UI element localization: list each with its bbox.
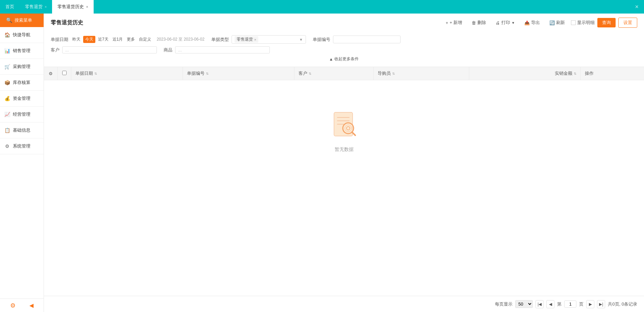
export-label: 导出 — [531, 20, 540, 26]
empty-row: 暂无数据 — [44, 80, 644, 180]
th-actual-amount-label: 实销金额 — [555, 70, 572, 76]
th-actual-amount[interactable]: 实销金额 ⇅ — [469, 67, 580, 80]
collapse-up-icon: ▲ — [329, 57, 333, 62]
settings-label: 设置 — [623, 20, 632, 26]
pagination: 每页显示 10 20 50 100 |◀ ◀ 第 页 ▶ ▶| 共0页, 0条记… — [44, 296, 644, 312]
per-page-select[interactable]: 10 20 50 100 — [515, 300, 533, 308]
date-option-today[interactable]: 今天 — [83, 36, 95, 43]
th-checkbox[interactable] — [57, 67, 71, 80]
doc-type-tag-text: 零售退货 — [237, 37, 253, 42]
date-filter: 单据日期 昨天 今天 近7天 近1月 更多 自定义 2023-06-02 至 2… — [51, 36, 205, 43]
th-guide[interactable]: 导购员 ⇅ — [374, 67, 469, 80]
tab-retail-return-close[interactable]: × — [45, 5, 47, 9]
purchase-icon: 🛒 — [4, 64, 10, 70]
tab-retail-return-history-label: 零售退货历史 — [57, 4, 84, 10]
th-doc-date[interactable]: 单据日期 ⇅ — [71, 67, 183, 80]
sidebar-item-basic-info[interactable]: 📋 基础信息 — [0, 122, 44, 138]
collapse-button[interactable]: ▲ 收起更多条件 — [329, 56, 359, 62]
finance-icon: 💰 — [4, 95, 10, 102]
date-option-more[interactable]: 更多 — [125, 36, 136, 43]
th-customer[interactable]: 客户 ⇅ — [294, 67, 374, 80]
delete-icon: 🗑 — [472, 20, 476, 25]
new-icon: + — [446, 20, 448, 25]
sidebar-bottom: ⚙ ◀ — [0, 298, 44, 312]
sidebar-settings-icon[interactable]: ⚙ — [10, 302, 16, 309]
doc-type-tag: 零售退货 × — [235, 36, 258, 43]
doc-type-tag-remove[interactable]: × — [254, 38, 256, 42]
date-option-yesterday[interactable]: 昨天 — [71, 36, 82, 43]
empty-cell: 暂无数据 — [44, 80, 644, 180]
sidebar-item-finance[interactable]: 💰 资金管理 — [0, 91, 44, 107]
tab-retail-return[interactable]: 零售退货 × — [20, 0, 52, 14]
customer-input[interactable]: ... — [62, 46, 157, 53]
doc-type-input[interactable]: 零售退货 × ▼ — [232, 35, 306, 44]
sidebar-collapse-icon[interactable]: ◀ — [29, 302, 33, 309]
date-options: 昨天 今天 近7天 近1月 更多 自定义 — [71, 36, 152, 43]
sales-icon: 📊 — [4, 48, 10, 54]
goods-filter: 商品 ... — [164, 46, 270, 53]
prev-page-button[interactable]: ◀ — [546, 300, 554, 308]
print-button[interactable]: 🖨 打印 ▼ — [492, 18, 518, 27]
query-button[interactable]: 查询 — [597, 18, 616, 27]
date-filter-label: 单据日期 — [51, 37, 68, 43]
page-title-row: 零售退货历史 + + 新增 🗑 删除 🖨 打印 ▼ — [51, 18, 637, 28]
top-bar: 首页 零售退货 × 零售退货历史 × × — [0, 0, 644, 14]
tab-home[interactable]: 首页 — [0, 0, 20, 14]
print-arrow: ▼ — [511, 21, 515, 25]
page-number-input[interactable] — [564, 300, 576, 308]
select-all-checkbox[interactable] — [62, 71, 67, 75]
next-page-button[interactable]: ▶ — [586, 300, 594, 308]
th-doc-no[interactable]: 单据编号 ⇅ — [183, 67, 294, 80]
date-option-1month[interactable]: 近1月 — [111, 36, 124, 43]
th-settings[interactable]: ⚙ — [44, 67, 57, 80]
sidebar-item-label: 销售管理 — [13, 48, 30, 54]
sidebar-items: 🏠 快捷导航 📊 销售管理 🛒 采购管理 📦 库存核算 💰 资金管理 📈 — [0, 27, 44, 298]
display-detail-toggle[interactable]: 显示明细 — [571, 20, 595, 26]
settings-button[interactable]: 设置 — [618, 18, 637, 28]
goods-placeholder: ... — [178, 47, 182, 52]
total-records-text: 共0页, 0条记录 — [608, 301, 637, 307]
empty-illustration — [327, 107, 361, 141]
delete-button[interactable]: 🗑 删除 — [468, 18, 490, 27]
doc-no-input[interactable] — [333, 36, 401, 43]
sort-icon-guide: ⇅ — [392, 72, 395, 75]
customer-placeholder: ... — [65, 47, 69, 52]
th-doc-no-label: 单据编号 — [187, 70, 205, 76]
collapse-label: 收起更多条件 — [334, 56, 359, 62]
print-icon: 🖨 — [496, 20, 500, 25]
basic-info-icon: 📋 — [4, 127, 10, 133]
new-button[interactable]: + + 新增 — [442, 18, 466, 27]
export-button[interactable]: 📤 导出 — [521, 18, 543, 27]
sidebar-item-quick-nav[interactable]: 🏠 快捷导航 — [0, 27, 44, 43]
date-option-custom[interactable]: 自定义 — [138, 36, 152, 43]
tab-retail-return-history-close[interactable]: × — [86, 5, 88, 9]
filter-row-2: 客户 ... 商品 ... — [51, 46, 637, 53]
sidebar-item-purchase[interactable]: 🛒 采购管理 — [0, 59, 44, 75]
sidebar-item-label: 库存核算 — [13, 80, 30, 86]
window-close-button[interactable]: × — [635, 3, 639, 10]
collapse-row: ▲ 收起更多条件 — [51, 56, 637, 62]
export-icon: 📤 — [524, 20, 530, 25]
table-wrapper: ⚙ 单据日期 ⇅ 单据编号 — [44, 67, 644, 296]
sidebar-item-operations[interactable]: 📈 经营管理 — [0, 107, 44, 122]
doc-no-filter: 单据编号 — [313, 36, 401, 43]
sidebar-item-inventory[interactable]: 📦 库存核算 — [0, 75, 44, 91]
sidebar-search[interactable]: 🔍 搜索菜单 — [0, 14, 44, 27]
tab-retail-return-history[interactable]: 零售退货历史 × — [52, 0, 93, 14]
print-label: 打印 — [501, 20, 510, 26]
page-header: 零售退货历史 + + 新增 🗑 删除 🖨 打印 ▼ — [44, 14, 644, 67]
display-detail-checkbox[interactable] — [571, 20, 576, 25]
customer-label: 客户 — [51, 47, 59, 53]
content: 零售退货历史 + + 新增 🗑 删除 🖨 打印 ▼ — [44, 14, 644, 312]
first-page-button[interactable]: |◀ — [535, 300, 544, 308]
sidebar-item-system[interactable]: ⚙ 系统管理 — [0, 138, 44, 154]
page-title: 零售退货历史 — [51, 19, 83, 26]
goods-input[interactable]: ... — [175, 46, 270, 53]
filter-section: 单据日期 昨天 今天 近7天 近1月 更多 自定义 2023-06-02 至 2… — [51, 32, 637, 67]
customer-filter: 客户 ... — [51, 46, 157, 53]
refresh-button[interactable]: 🔄 刷新 — [546, 18, 568, 27]
date-option-7days[interactable]: 近7天 — [97, 36, 110, 43]
last-page-button[interactable]: ▶| — [597, 300, 605, 308]
th-operation-label: 操作 — [585, 71, 594, 76]
sidebar-item-sales[interactable]: 📊 销售管理 — [0, 43, 44, 59]
